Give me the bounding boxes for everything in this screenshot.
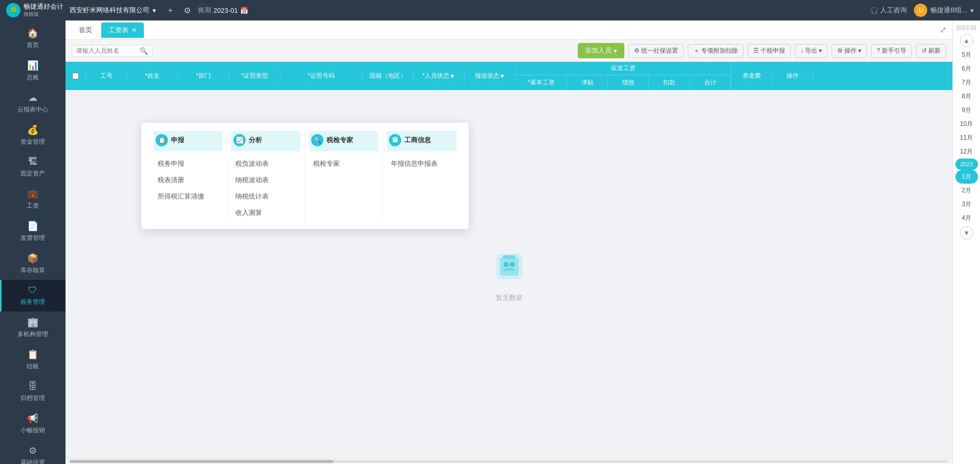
calendar-icon[interactable]: 📅	[240, 7, 248, 14]
toolbar: 🔍 添加人员 ▾ ⚙ 统一社保设置 ＋ 专项附加扣除 ☰ 个税申报 ↓ 导出	[66, 40, 952, 62]
sidebar-item-close-accounts[interactable]: 📋 结账	[0, 344, 66, 376]
sidebar-item-archive[interactable]: 🗄 归档管理	[0, 376, 66, 408]
sidebar-item-ledger[interactable]: 📊 总账	[0, 55, 66, 87]
dropdown-item-annual-report[interactable]: 年报信息申报表	[387, 156, 456, 172]
sidebar-label-salary: 工资	[27, 202, 39, 210]
dropdown-header-gongshang: 🏛 工商信息	[387, 131, 456, 151]
bottom-scrollbar[interactable]	[66, 458, 952, 464]
dropdown-item-tax-fluctuation[interactable]: 纳税波动表	[231, 172, 300, 188]
tax-declaration-button[interactable]: ☰ 个税申报	[748, 44, 791, 58]
guide-tool-label: 新手引导	[882, 47, 906, 55]
sidebar-item-expense[interactable]: 📢 小畅报销	[0, 408, 66, 440]
search-input[interactable]	[76, 47, 138, 54]
assets-icon: 🏗	[28, 157, 37, 167]
year-down-button[interactable]: ▼	[960, 226, 973, 239]
dropdown-header-shuijian: 🔍 税检专家	[309, 131, 378, 151]
dropdown-item-tax-stats[interactable]: 纳税统计表	[231, 188, 300, 205]
guide-tool-icon: ?	[877, 47, 880, 54]
month-4[interactable]: 4月	[955, 211, 978, 225]
tax-dropdown-menu: 📋 申报 税务申报 税表清册 所得税汇算清缴 📈 分析 税负波动表 纳税波动表 …	[141, 123, 469, 229]
month-11[interactable]: 11月	[955, 131, 978, 145]
tab-home[interactable]: 首页	[72, 23, 99, 38]
status-filter-icon[interactable]: ▼	[449, 73, 455, 80]
sidebar-item-tax[interactable]: 🛡 税务管理	[0, 280, 66, 312]
month-8[interactable]: 8月	[955, 90, 978, 103]
dropdown-item-tax-expert[interactable]: 税检专家	[309, 156, 378, 172]
month-2[interactable]: 2月	[955, 184, 978, 197]
month-12[interactable]: 12月	[955, 145, 978, 159]
refresh-icon: ↺	[922, 47, 927, 54]
year-up-button[interactable]: ▲	[960, 34, 973, 47]
right-panel: 2023.01 ▲ 5月 6月 7月 8月 9月 10月 11月 12月 202…	[952, 20, 980, 464]
select-all-checkbox[interactable]	[72, 73, 79, 79]
sidebar-item-multi-org[interactable]: 🏢 多机构管理	[0, 312, 66, 344]
scroll-track	[70, 460, 948, 463]
user-menu[interactable]: U 畅捷通B组... ▾	[914, 4, 974, 17]
month-1-active[interactable]: 1月	[955, 170, 978, 184]
social-insurance-button[interactable]: ⚙ 统一社保设置	[628, 44, 684, 58]
shenb-header-label: 申报	[171, 136, 184, 145]
special-deduction-button[interactable]: ＋ 专项附加扣除	[688, 44, 744, 58]
settings-icon[interactable]: ⚙	[182, 5, 193, 16]
content-area: 首页 工资表 ✕ ⤢ 🔍 添加人员 ▾ ⚙ 统一社保设置	[66, 20, 952, 464]
company-selector[interactable]: 西安虾米网络科技有限公司 ▾	[70, 6, 156, 15]
month-5[interactable]: 5月	[955, 48, 978, 62]
empty-illustration	[489, 246, 530, 287]
export-button[interactable]: ↓ 导出 ▾	[795, 44, 827, 58]
dropdown-item-tax-burden[interactable]: 税负波动表	[231, 156, 300, 172]
sidebar-item-home[interactable]: 🏠 首页	[0, 23, 66, 55]
sidebar-label-archive: 归档管理	[20, 394, 45, 403]
gongshang-header-label: 工商信息	[404, 136, 431, 145]
operation-button[interactable]: ⚙ 操作 ▾	[832, 44, 867, 58]
add-person-label: 添加人员	[585, 46, 612, 55]
add-icon[interactable]: ＋	[164, 4, 177, 17]
sidebar-label-invoice: 发票管理	[20, 234, 45, 242]
month-9[interactable]: 9月	[955, 103, 978, 117]
chevron-down-icon[interactable]: ▾	[153, 7, 156, 14]
col-group-salary: 应发工资 *基本工资 津贴 绩效 扣款 合计	[516, 62, 731, 90]
refresh-button[interactable]: ↺ 刷新	[916, 44, 946, 58]
dropdown-header-fenxi: 📈 分析	[231, 131, 300, 151]
report-filter-icon[interactable]: ▼	[499, 73, 506, 80]
support-button[interactable]: 🎧 人工咨询	[870, 6, 907, 15]
maximize-button[interactable]: ⤢	[940, 25, 946, 35]
sidebar-item-settings[interactable]: ⚙ 基础设置	[0, 440, 66, 464]
top-bar-right: 🎧 人工咨询 U 畅捷通B组... ▾	[870, 4, 974, 17]
month-3[interactable]: 3月	[955, 197, 978, 211]
dropdown-item-tax-table[interactable]: 税表清册	[154, 172, 223, 188]
sidebar-item-salary[interactable]: 💼 工资	[0, 183, 66, 215]
sidebar-item-funds[interactable]: 💰 资金管理	[0, 119, 66, 151]
dropdown-item-tax-calc[interactable]: 所得税汇算清缴	[154, 188, 223, 205]
sidebar-label-funds: 资金管理	[20, 138, 45, 146]
dropdown-col-fenxi: 📈 分析 税负波动表 纳税波动表 纳税统计表 收入测算	[227, 131, 305, 221]
add-person-button[interactable]: 添加人员 ▾	[578, 43, 624, 58]
guide-button[interactable]: ? 新手引导	[871, 44, 912, 58]
tab-close-icon[interactable]: ✕	[132, 27, 137, 34]
month-10[interactable]: 10月	[955, 117, 978, 131]
sidebar-label-assets: 固定资产	[20, 169, 45, 178]
sidebar-item-inventory[interactable]: 📦 库存核算	[0, 248, 66, 280]
salary-icon: 💼	[27, 188, 38, 200]
sidebar-item-invoice[interactable]: 📄 发票管理	[0, 215, 66, 248]
month-7[interactable]: 7月	[955, 76, 978, 90]
col-nation: 国籍（地区）	[362, 69, 413, 83]
sidebar-item-cloud-report[interactable]: ☁ 云报表中心	[0, 87, 66, 119]
dropdown-header-shenb: 📋 申报	[154, 131, 223, 151]
dropdown-item-income-calc[interactable]: 收入测算	[231, 205, 300, 221]
col-action-header: 操作	[772, 69, 813, 83]
social-icon: ⚙	[634, 47, 640, 54]
dropdown-item-tax-declare[interactable]: 税务申报	[154, 156, 223, 172]
tab-salary[interactable]: 工资表 ✕	[101, 23, 144, 38]
col-check[interactable]	[66, 70, 86, 82]
period-value: 2023-01	[213, 7, 238, 14]
export-chevron-icon: ▾	[819, 47, 822, 54]
home-icon: 🏠	[27, 28, 38, 39]
add-person-chevron-icon: ▾	[614, 47, 617, 55]
refresh-label: 刷新	[928, 47, 941, 55]
period-label: 账期	[198, 6, 211, 15]
svg-rect-4	[503, 255, 515, 258]
special-icon: ＋	[693, 47, 700, 55]
sidebar-item-assets[interactable]: 🏗 固定资产	[0, 151, 66, 183]
month-6[interactable]: 6月	[955, 62, 978, 76]
app-logo: 🍀 畅捷通好会计 旗舰版	[6, 3, 63, 18]
